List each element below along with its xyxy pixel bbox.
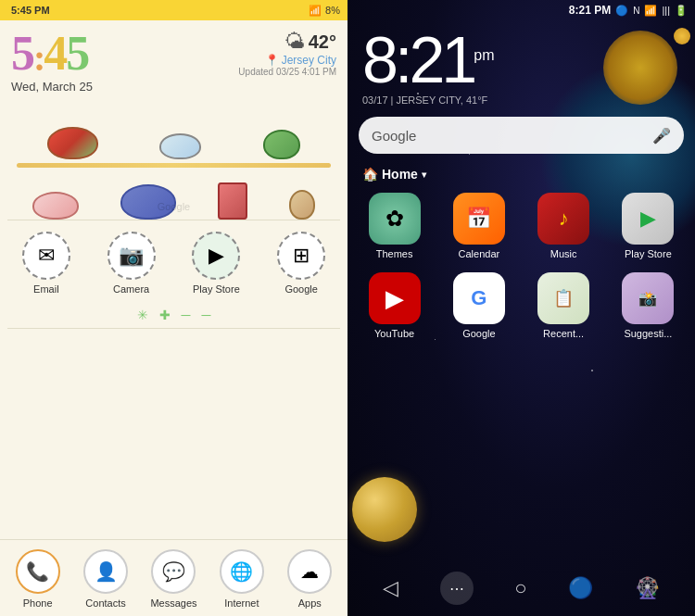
camera-icon: 📷 xyxy=(107,232,156,280)
apps-drawer-button[interactable]: ⋯ xyxy=(440,572,474,605)
mic-icon[interactable]: 🎤 xyxy=(652,127,671,145)
camera-label: Camera xyxy=(113,283,149,295)
signal-icon: ||| xyxy=(662,5,670,16)
recents-label: Recent... xyxy=(543,328,584,339)
themes-label: Themes xyxy=(376,248,413,259)
playstore-label: Play Store xyxy=(193,283,240,295)
nfc-icon: N xyxy=(633,6,639,16)
recents-icon: 📋 xyxy=(537,272,589,324)
left-signal-icon: 📶 xyxy=(309,5,322,17)
camera-right-icon[interactable]: 🎡 xyxy=(635,576,660,600)
app-item-google[interactable]: ⊞ Google xyxy=(264,232,338,295)
weather-city: 📍 Jersey City xyxy=(265,54,336,67)
playstore-right-label: Play Store xyxy=(625,248,672,259)
app-music[interactable]: ♪ Music xyxy=(524,189,603,263)
left-time: 5:45 PM xyxy=(11,5,50,16)
page-dot-3: ─ xyxy=(182,308,191,322)
home-label-row: 🏠 Home ▾ xyxy=(348,159,695,185)
app-google-right[interactable]: G Google xyxy=(439,269,518,343)
right-clock-ampm: pm xyxy=(474,47,494,63)
clock-colon: : xyxy=(33,37,44,79)
app-item-email[interactable]: ✉ Email xyxy=(9,232,83,295)
left-phone: 5:45 PM 📶 8% 5:45 🌤 42° 📍 Jersey City Up… xyxy=(0,0,348,616)
bowl-4 xyxy=(32,192,79,220)
home-icon: 🏠 xyxy=(362,167,378,182)
right-time: 8:21 PM xyxy=(569,4,611,17)
right-clock-area: 8:21pm xyxy=(348,20,695,94)
app-playstore-right[interactable]: ▶ Play Store xyxy=(609,189,688,263)
bowl-row-2 xyxy=(7,168,340,223)
page-dot-1: ✳ xyxy=(137,308,148,322)
app-icons-section: ✉ Email 📷 Camera ▶ Play Store ⊞ Google xyxy=(0,220,348,302)
suggestions-label: Suggesti... xyxy=(624,328,672,339)
right-content: 8:21 PM 🔵 N 📶 ||| 🔋 8:21pm 03/17 | JERSE… xyxy=(348,0,695,616)
clock-digit-4: 4 xyxy=(44,27,66,80)
email-icon: ✉ xyxy=(22,232,70,280)
page-dot-2: ✚ xyxy=(159,308,171,322)
google-icon: ⊞ xyxy=(277,232,325,280)
playstore-icon: ▶ xyxy=(192,232,240,280)
youtube-icon: ▶ xyxy=(369,272,421,324)
section-divider-2 xyxy=(7,328,340,329)
right-phone: 8:21 PM 🔵 N 📶 ||| 🔋 8:21pm 03/17 | JERSE… xyxy=(348,0,695,616)
dock-apps[interactable]: ☁ Apps xyxy=(278,549,341,609)
themes-icon: ✿ xyxy=(369,193,421,245)
phone-label: Phone xyxy=(23,597,53,609)
bottom-dock: 📞 Phone 👤 Contacts 💬 Messages 🌐 Internet… xyxy=(0,539,348,616)
wifi-icon: 📶 xyxy=(644,5,657,17)
dock-phone[interactable]: 📞 Phone xyxy=(6,549,70,609)
playstore-right-icon: ▶ xyxy=(622,193,674,245)
messages-label: Messages xyxy=(150,597,196,609)
dock-messages[interactable]: 💬 Messages xyxy=(142,549,205,609)
weather-updated: Updated 03/25 4:01 PM xyxy=(238,67,336,77)
left-battery: 8% xyxy=(325,5,340,16)
left-clock: 5:45 xyxy=(11,30,88,78)
weather-temp: 42° xyxy=(309,31,336,53)
left-date: Wed, March 25 xyxy=(11,80,336,94)
app-recents[interactable]: 📋 Recent... xyxy=(524,269,603,343)
weather-icon: 🌤 xyxy=(284,30,305,54)
contacts-label: Contacts xyxy=(85,597,125,609)
google-search-bar[interactable]: Google 🎤 xyxy=(359,117,684,154)
youtube-label: YouTube xyxy=(374,328,414,339)
apps-label: Apps xyxy=(298,597,322,609)
contacts-icon: 👤 xyxy=(83,549,128,594)
page-dot-4: ─ xyxy=(202,308,211,322)
google-label: Google xyxy=(284,283,317,295)
back-button[interactable]: ◁ xyxy=(383,576,398,600)
app-item-camera[interactable]: 📷 Camera xyxy=(95,232,169,295)
dock-internet[interactable]: 🌐 Internet xyxy=(210,549,273,609)
right-status-bar: 8:21 PM 🔵 N 📶 ||| 🔋 xyxy=(348,0,695,20)
chrome-icon[interactable]: 🔵 xyxy=(568,576,593,600)
chevron-down-icon: ▾ xyxy=(422,170,426,180)
music-icon: ♪ xyxy=(537,193,589,245)
right-date-weather: 03/17 | JERSEY CITY, 41°F xyxy=(348,94,695,111)
weather-widget: 🌤 42° 📍 Jersey City Updated 03/25 4:01 P… xyxy=(238,30,336,77)
right-bottom-nav: ◁ ⋯ ○ 🔵 🎡 xyxy=(348,562,695,616)
dock-contacts[interactable]: 👤 Contacts xyxy=(74,549,137,609)
shelf-illustration xyxy=(7,103,340,214)
internet-label: Internet xyxy=(224,597,259,609)
page-dots: ✳ ✚ ─ ─ xyxy=(0,302,348,328)
app-row: ✉ Email 📷 Camera ▶ Play Store ⊞ Google xyxy=(4,228,344,298)
app-youtube[interactable]: ▶ YouTube xyxy=(355,269,434,343)
left-widget-area: 5:45 🌤 42° 📍 Jersey City Updated 03/25 4… xyxy=(0,20,348,99)
home-button[interactable]: ○ xyxy=(514,576,526,600)
bowl-6 xyxy=(218,182,247,220)
right-clock: 8:21pm xyxy=(362,28,680,93)
home-label[interactable]: 🏠 Home ▾ xyxy=(362,167,426,182)
suggestions-icon: 📸 xyxy=(622,272,674,324)
location-pin-icon: 📍 xyxy=(265,54,279,67)
right-app-grid: ✿ Themes 📅 Calendar ♪ Music ▶ Play Store… xyxy=(348,185,695,346)
music-label: Music xyxy=(550,248,577,259)
app-themes[interactable]: ✿ Themes xyxy=(355,189,434,263)
bowl-row-1 xyxy=(7,103,340,163)
clock-digit-5: 5 xyxy=(11,27,33,80)
app-calendar[interactable]: 📅 Calendar xyxy=(439,189,518,263)
phone-icon: 📞 xyxy=(16,549,60,594)
messages-icon: 💬 xyxy=(151,549,196,594)
app-suggestions[interactable]: 📸 Suggesti... xyxy=(609,269,688,343)
google-search-text: Google xyxy=(372,128,645,144)
app-item-playstore[interactable]: ▶ Play Store xyxy=(179,232,253,295)
calendar-icon: 📅 xyxy=(453,193,505,245)
